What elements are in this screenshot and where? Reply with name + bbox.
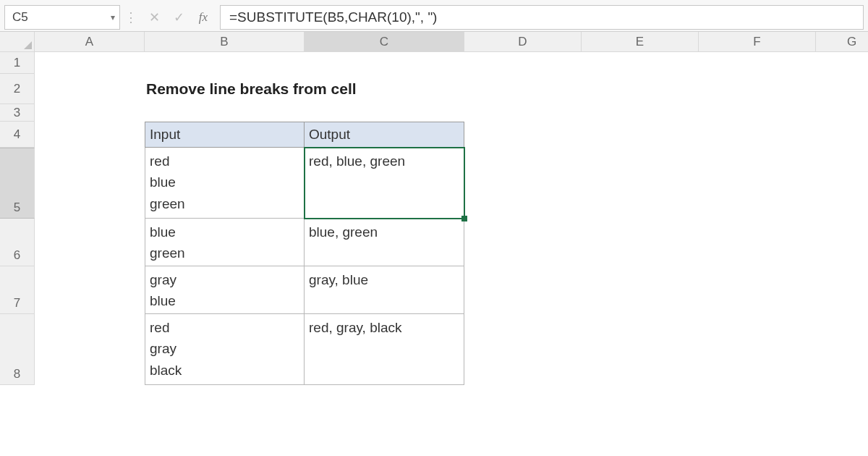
row-header-7[interactable]: 7 xyxy=(0,266,35,314)
col-header-C[interactable]: C xyxy=(305,32,464,52)
cell-C1[interactable] xyxy=(305,52,464,74)
cell-F3[interactable] xyxy=(699,104,816,122)
cell-G2[interactable] xyxy=(816,74,868,104)
cell-G7[interactable] xyxy=(816,266,868,314)
cell-D4[interactable] xyxy=(464,122,582,148)
col-header-D[interactable]: D xyxy=(464,32,582,52)
cell-G3[interactable] xyxy=(816,104,868,122)
select-all-corner[interactable] xyxy=(0,32,35,52)
cell-G8[interactable] xyxy=(816,314,868,385)
cell-F4[interactable] xyxy=(699,122,816,148)
cell-E4[interactable] xyxy=(582,122,699,148)
cell-F6[interactable] xyxy=(699,219,816,266)
row-header-2[interactable]: 2 xyxy=(0,74,35,104)
cell-C3[interactable] xyxy=(305,104,464,122)
chevron-down-icon[interactable]: ▾ xyxy=(111,12,115,22)
col-header-A[interactable]: A xyxy=(35,32,145,52)
check-icon: ✓ xyxy=(174,9,184,25)
cancel-formula-button[interactable]: ✕ xyxy=(142,7,166,28)
cell-B5[interactable]: red blue green xyxy=(145,148,305,219)
page-title[interactable]: Remove line breaks from cell xyxy=(145,74,582,104)
cell-C7[interactable]: gray, blue xyxy=(305,266,464,314)
cell-F7[interactable] xyxy=(699,266,816,314)
col-header-F[interactable]: F xyxy=(699,32,816,52)
cell-A2[interactable] xyxy=(35,74,145,104)
cell-A7[interactable] xyxy=(35,266,145,314)
row-header-1[interactable]: 1 xyxy=(0,52,35,74)
worksheet-grid[interactable]: A B C D E F G 1 2 Remove line breaks fro… xyxy=(0,32,868,385)
cell-E8[interactable] xyxy=(582,314,699,385)
cell-D3[interactable] xyxy=(464,104,582,122)
cell-G4[interactable] xyxy=(816,122,868,148)
cell-G1[interactable] xyxy=(816,52,868,74)
cell-D7[interactable] xyxy=(464,266,582,314)
table-header-input[interactable]: Input xyxy=(145,122,305,148)
col-header-G[interactable]: G xyxy=(816,32,868,52)
formula-bar: C5 ▾ ⋮ ✕ ✓ fx =SUBSTITUTE(B5,CHAR(10),",… xyxy=(0,0,868,32)
cell-G6[interactable] xyxy=(816,219,868,266)
enter-formula-button[interactable]: ✓ xyxy=(166,7,191,28)
row-header-8[interactable]: 8 xyxy=(0,314,35,385)
cell-C8[interactable]: red, gray, black xyxy=(305,314,464,385)
cell-A4[interactable] xyxy=(35,122,145,148)
resize-handle-icon[interactable]: ⋮ xyxy=(120,9,142,25)
cell-B3[interactable] xyxy=(145,104,305,122)
name-box-value: C5 xyxy=(12,10,28,25)
row-header-4[interactable]: 4 xyxy=(0,122,35,148)
cell-C5[interactable]: red, blue, green xyxy=(305,148,464,219)
cell-F5[interactable] xyxy=(699,148,816,219)
cell-G5[interactable] xyxy=(816,148,868,219)
cell-A6[interactable] xyxy=(35,219,145,266)
cell-F8[interactable] xyxy=(699,314,816,385)
cell-E1[interactable] xyxy=(582,52,699,74)
cell-F1[interactable] xyxy=(699,52,816,74)
cell-D5[interactable] xyxy=(464,148,582,219)
cell-A5[interactable] xyxy=(35,148,145,219)
cell-E6[interactable] xyxy=(582,219,699,266)
cell-D8[interactable] xyxy=(464,314,582,385)
cell-B6[interactable]: blue green xyxy=(145,219,305,266)
formula-input[interactable]: =SUBSTITUTE(B5,CHAR(10),", ") xyxy=(220,5,864,30)
row-header-3[interactable]: 3 xyxy=(0,104,35,122)
cell-F2[interactable] xyxy=(699,74,816,104)
cell-E2[interactable] xyxy=(582,74,699,104)
cell-A8[interactable] xyxy=(35,314,145,385)
cell-C6[interactable]: blue, green xyxy=(305,219,464,266)
cell-E7[interactable] xyxy=(582,266,699,314)
cell-A1[interactable] xyxy=(35,52,145,74)
cell-D1[interactable] xyxy=(464,52,582,74)
table-header-output[interactable]: Output xyxy=(305,122,464,148)
cell-B7[interactable]: gray blue xyxy=(145,266,305,314)
cell-B1[interactable] xyxy=(145,52,305,74)
x-icon: ✕ xyxy=(149,9,160,25)
col-header-E[interactable]: E xyxy=(582,32,699,52)
insert-function-button[interactable]: fx xyxy=(191,10,216,25)
cell-A3[interactable] xyxy=(35,104,145,122)
cell-E5[interactable] xyxy=(582,148,699,219)
cell-D6[interactable] xyxy=(464,219,582,266)
cell-B8[interactable]: red gray black xyxy=(145,314,305,385)
row-header-5[interactable]: 5 xyxy=(0,148,35,219)
formula-text: =SUBSTITUTE(B5,CHAR(10),", ") xyxy=(229,9,437,25)
col-header-B[interactable]: B xyxy=(145,32,305,52)
cell-E3[interactable] xyxy=(582,104,699,122)
row-header-6[interactable]: 6 xyxy=(0,219,35,266)
name-box[interactable]: C5 ▾ xyxy=(4,5,120,30)
fx-icon: fx xyxy=(199,10,208,24)
